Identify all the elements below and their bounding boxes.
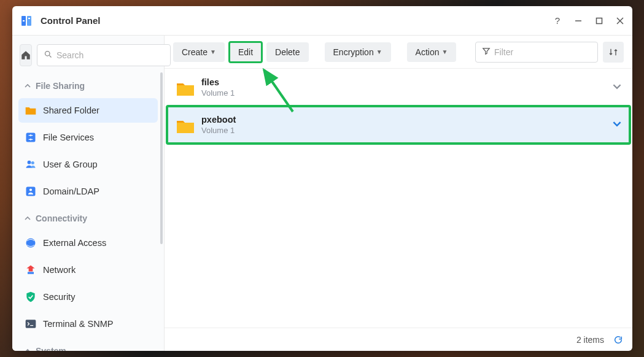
sidebar-item-label: Security <box>43 292 75 302</box>
expand-toggle[interactable] <box>613 120 621 131</box>
svg-rect-10 <box>26 133 36 142</box>
group-label: Connectivity <box>36 213 87 223</box>
toolbar: Create ▼ Edit Delete Encryption ▼ Action <box>165 36 632 69</box>
svg-rect-3 <box>28 18 30 19</box>
filter-icon <box>482 47 491 58</box>
minimize-button[interactable] <box>573 16 583 26</box>
filter-box[interactable] <box>475 42 598 63</box>
sidebar-item-label: External Access <box>43 238 106 248</box>
sidebar-search[interactable] <box>37 44 171 66</box>
control-panel-icon <box>20 13 34 28</box>
file-services-icon <box>25 131 37 144</box>
svg-line-9 <box>49 55 51 57</box>
sidebar-item-security[interactable]: Security <box>18 285 158 309</box>
folder-row[interactable]: pxeboot Volume 1 <box>167 106 630 144</box>
refresh-icon <box>613 335 623 345</box>
button-label: Encryption <box>333 47 374 57</box>
sidebar-item-label: Network <box>43 265 76 275</box>
svg-point-12 <box>31 161 34 164</box>
row-text: files Volume 1 <box>201 77 604 98</box>
folder-icon <box>176 81 193 94</box>
row-text: pxeboot Volume 1 <box>201 115 604 135</box>
window-title: Control Panel <box>41 15 553 26</box>
sidebar-item-label: File Services <box>43 132 94 142</box>
button-label: Create <box>182 47 208 57</box>
window-controls: ? <box>553 16 625 26</box>
folder-name: files <box>201 77 604 87</box>
chevron-down-icon <box>613 82 621 91</box>
chevron-up-icon <box>25 215 31 221</box>
svg-rect-1 <box>27 16 31 26</box>
sidebar-item-terminal-snmp[interactable]: Terminal & SNMP <box>18 312 158 336</box>
home-button[interactable] <box>20 44 32 66</box>
filter-input[interactable] <box>494 47 602 57</box>
delete-button[interactable]: Delete <box>266 42 308 62</box>
button-label: Edit <box>238 47 253 57</box>
svg-rect-17 <box>26 320 36 328</box>
encryption-button[interactable]: Encryption ▼ <box>325 42 391 62</box>
create-button[interactable]: Create ▼ <box>173 42 225 62</box>
group-label: System <box>36 346 66 351</box>
folder-volume: Volume 1 <box>201 88 604 98</box>
sidebar: File Sharing Shared Folder File Services… <box>12 36 165 351</box>
sidebar-item-user-group[interactable]: User & Group <box>18 152 158 177</box>
help-button[interactable]: ? <box>553 16 562 26</box>
svg-point-8 <box>45 51 50 56</box>
shield-icon <box>25 291 37 303</box>
svg-rect-2 <box>23 20 25 21</box>
sidebar-item-external-access[interactable]: External Access <box>18 231 158 255</box>
main-panel: Create ▼ Edit Delete Encryption ▼ Action <box>165 36 632 351</box>
sidebar-item-shared-folder[interactable]: Shared Folder <box>18 98 158 123</box>
caret-down-icon: ▼ <box>442 48 448 55</box>
action-button[interactable]: Action ▼ <box>407 42 457 62</box>
svg-rect-5 <box>597 18 602 23</box>
group-system[interactable]: System <box>18 341 158 351</box>
sidebar-item-label: Shared Folder <box>43 106 99 115</box>
group-file-sharing[interactable]: File Sharing <box>18 76 158 96</box>
control-panel-window: Control Panel ? <box>12 6 632 351</box>
sidebar-item-domain-ldap[interactable]: Domain/LDAP <box>18 179 158 204</box>
status-bar: 2 items <box>165 328 632 351</box>
network-icon <box>25 264 37 276</box>
sidebar-item-label: Domain/LDAP <box>43 186 99 196</box>
terminal-icon <box>25 318 37 330</box>
search-input[interactable] <box>56 50 164 60</box>
user-group-icon <box>25 158 37 171</box>
sidebar-scrollbar[interactable] <box>160 72 163 244</box>
sort-icon <box>608 47 618 57</box>
window-body: File Sharing Shared Folder File Services… <box>12 36 632 351</box>
refresh-button[interactable] <box>613 334 624 345</box>
group-label: File Sharing <box>36 81 85 91</box>
sort-button[interactable] <box>603 42 624 63</box>
folder-list: files Volume 1 pxeboot Volume 1 <box>165 69 632 328</box>
svg-rect-13 <box>26 187 36 196</box>
external-access-icon <box>25 237 37 249</box>
search-icon <box>44 50 53 61</box>
sidebar-item-file-services[interactable]: File Services <box>18 125 158 150</box>
group-connectivity[interactable]: Connectivity <box>18 209 158 228</box>
caret-down-icon: ▼ <box>210 48 216 55</box>
svg-point-14 <box>29 188 32 191</box>
item-count: 2 items <box>576 335 604 345</box>
chevron-down-icon <box>613 120 621 128</box>
folder-volume: Volume 1 <box>201 126 604 135</box>
svg-point-11 <box>28 161 31 164</box>
shared-folder-icon <box>25 104 37 117</box>
close-button[interactable] <box>615 16 625 26</box>
folder-name: pxeboot <box>201 115 604 125</box>
edit-button[interactable]: Edit <box>230 42 262 62</box>
domain-ldap-icon <box>25 185 37 198</box>
folder-icon <box>176 118 193 132</box>
caret-down-icon: ▼ <box>376 48 382 55</box>
chevron-up-icon <box>25 348 31 351</box>
sidebar-item-network[interactable]: Network <box>18 258 158 282</box>
maximize-button[interactable] <box>594 16 604 26</box>
expand-toggle[interactable] <box>613 82 621 93</box>
button-label: Delete <box>275 47 300 57</box>
sidebar-item-label: Terminal & SNMP <box>43 319 113 329</box>
svg-rect-16 <box>28 272 34 274</box>
sidebar-item-label: User & Group <box>43 159 98 169</box>
button-label: Action <box>416 47 440 57</box>
folder-row[interactable]: files Volume 1 <box>165 69 632 106</box>
title-bar: Control Panel ? <box>12 6 632 36</box>
